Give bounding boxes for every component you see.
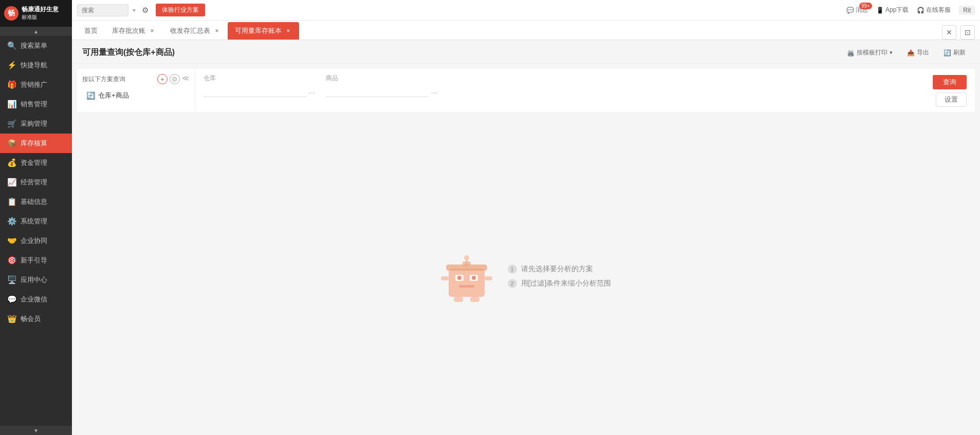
sidebar-item-operations[interactable]: 📈 经营管理 bbox=[0, 173, 72, 192]
sidebar: 畅 畅康通好生意 标准版 ▲ 🔍 搜索菜单 ⚡ 快捷导航 🎁 营销推广 📊 销售… bbox=[0, 0, 72, 435]
window-close-button[interactable]: ✕ bbox=[942, 25, 956, 40]
goods-field: 商品 … bbox=[326, 74, 438, 97]
chevron-down-icon[interactable]: ▾ bbox=[133, 7, 136, 14]
svg-rect-1 bbox=[451, 271, 482, 294]
tab-batch-ledger-label: 库存批次账 bbox=[112, 26, 145, 35]
content-area: 可用量查询(按仓库+商品) 🖨️ 按模板打印 ▾ 📤 导出 🔄 刷新 bbox=[72, 40, 980, 435]
warehouse-input[interactable] bbox=[204, 85, 306, 97]
sidebar-item-finance[interactable]: 💰 资金管理 bbox=[0, 153, 72, 173]
sidebar-item-appstore[interactable]: 🖥️ 应用中心 bbox=[0, 270, 72, 290]
svg-rect-10 bbox=[485, 276, 492, 280]
sidebar-label-system: 系统管理 bbox=[21, 217, 47, 226]
sidebar-label-finance: 资金管理 bbox=[21, 158, 47, 167]
refresh-label: 刷新 bbox=[953, 48, 966, 57]
sidebar-label-sales: 销售管理 bbox=[21, 100, 47, 109]
service-icon: 🎧 bbox=[917, 7, 924, 14]
svg-point-8 bbox=[464, 255, 469, 260]
svg-rect-9 bbox=[441, 276, 449, 280]
main-area: ▾ ⚙ 体验行业方案 💬 消息 99+ 📱 App下载 🎧 在线客服 Rit 首… bbox=[72, 0, 980, 435]
goods-input[interactable] bbox=[326, 85, 429, 97]
svg-rect-11 bbox=[454, 297, 463, 302]
trial-button[interactable]: 体验行业方案 bbox=[156, 4, 205, 16]
empty-robot-illustration bbox=[441, 251, 492, 302]
export-button[interactable]: 📤 导出 bbox=[903, 46, 933, 59]
sidebar-item-sales[interactable]: 📊 销售管理 bbox=[0, 94, 72, 114]
empty-tip-1: 1 请先选择要分析的方案 bbox=[508, 264, 612, 274]
sidebar-item-vip[interactable]: 👑 畅会员 bbox=[0, 309, 72, 329]
add-scheme-button[interactable]: + bbox=[157, 74, 168, 84]
query-scheme-header: 按以下方案查询 + ⚙ ≪ bbox=[82, 74, 190, 84]
sidebar-item-search[interactable]: 🔍 搜索菜单 bbox=[0, 36, 72, 55]
topbar-gear-icon[interactable]: ⚙ bbox=[142, 6, 149, 15]
tab-recv-summary-close[interactable]: × bbox=[213, 27, 220, 34]
phone-icon: 📱 bbox=[876, 7, 884, 14]
print-label: 按模板打印 bbox=[857, 48, 887, 57]
money-icon: 💰 bbox=[7, 158, 16, 167]
refresh-button[interactable]: 🔄 刷新 bbox=[939, 46, 970, 59]
app-download-button[interactable]: 📱 App下载 bbox=[876, 6, 909, 14]
tab-available-ledger[interactable]: 可用量库存账本 × bbox=[228, 22, 299, 40]
query-button[interactable]: 查询 bbox=[933, 75, 967, 89]
tab-available-ledger-close[interactable]: × bbox=[285, 27, 292, 34]
lightning-icon: ⚡ bbox=[7, 61, 16, 70]
scheme-item-warehouse-goods[interactable]: 🔄 仓库+商品 bbox=[82, 88, 190, 103]
tab-batch-ledger-close[interactable]: × bbox=[149, 27, 156, 34]
tab-recv-summary[interactable]: 收发存汇总表 × bbox=[163, 22, 228, 40]
svg-rect-12 bbox=[470, 297, 479, 302]
message-button[interactable]: 💬 消息 99+ bbox=[846, 6, 868, 14]
sidebar-item-purchase[interactable]: 🛒 采购管理 bbox=[0, 114, 72, 134]
scheme-item-label: 仓库+商品 bbox=[98, 91, 129, 100]
tip-text-2: 用[过滤]条件来缩小分析范围 bbox=[521, 279, 612, 288]
warehouse-label: 仓库 bbox=[204, 74, 316, 83]
sidebar-label-vip: 畅会员 bbox=[21, 314, 41, 324]
scheme-settings-button[interactable]: ⚙ bbox=[170, 74, 180, 84]
sidebar-label-basics: 基础信息 bbox=[21, 197, 47, 206]
breadcrumb-input[interactable] bbox=[77, 4, 128, 16]
print-chevron-icon[interactable]: ▾ bbox=[890, 49, 893, 56]
sidebar-item-shortcut[interactable]: ⚡ 快捷导航 bbox=[0, 55, 72, 75]
svg-point-5 bbox=[472, 276, 476, 280]
target-icon: 🎯 bbox=[7, 256, 16, 265]
svg-point-4 bbox=[457, 276, 461, 280]
svg-rect-6 bbox=[459, 285, 474, 288]
sidebar-item-wechat[interactable]: 💬 企业微信 bbox=[0, 290, 72, 309]
svg-rect-14 bbox=[463, 261, 471, 266]
crown-icon: 👑 bbox=[7, 314, 16, 324]
scheme-actions: + ⚙ ≪ bbox=[157, 74, 190, 84]
sidebar-item-inventory[interactable]: 📦 库存核算 bbox=[0, 134, 72, 153]
window-maximize-button[interactable]: ⊡ bbox=[960, 25, 975, 40]
sidebar-item-basics[interactable]: 📋 基础信息 bbox=[0, 192, 72, 212]
tab-recv-summary-label: 收发存汇总表 bbox=[170, 26, 210, 35]
sidebar-item-newbie[interactable]: 🎯 新手引导 bbox=[0, 251, 72, 270]
export-label: 导出 bbox=[917, 48, 929, 57]
page-header-right: 🖨️ 按模板打印 ▾ 📤 导出 🔄 刷新 bbox=[843, 46, 970, 59]
handshake-icon: 🤝 bbox=[7, 236, 16, 245]
warehouse-more-button[interactable]: … bbox=[308, 87, 316, 95]
page-title: 可用量查询(按仓库+商品) bbox=[82, 47, 175, 58]
tip-text-1: 请先选择要分析的方案 bbox=[521, 264, 593, 274]
sidebar-item-system[interactable]: ⚙️ 系统管理 bbox=[0, 212, 72, 231]
sidebar-scroll-down[interactable]: ▼ bbox=[0, 426, 72, 435]
print-button[interactable]: 🖨️ 按模板打印 ▾ bbox=[843, 46, 897, 59]
gift-icon: 🎁 bbox=[7, 80, 16, 89]
sidebar-label-wechat: 企业微信 bbox=[21, 295, 47, 304]
sidebar-item-enterprise[interactable]: 🤝 企业协同 bbox=[0, 231, 72, 251]
user-button[interactable]: Rit bbox=[959, 6, 975, 15]
tab-batch-ledger[interactable]: 库存批次账 × bbox=[105, 22, 163, 40]
settings-button[interactable]: 设置 bbox=[936, 92, 967, 107]
export-icon: 📤 bbox=[907, 49, 915, 56]
sidebar-scroll-up[interactable]: ▲ bbox=[0, 27, 72, 36]
scheme-header-label: 按以下方案查询 bbox=[82, 75, 125, 84]
sidebar-logo: 畅 bbox=[4, 6, 19, 21]
query-buttons: 查询 设置 bbox=[933, 74, 967, 107]
collapse-icon[interactable]: ≪ bbox=[182, 74, 190, 84]
tab-home[interactable]: 首页 bbox=[77, 22, 105, 40]
online-service-button[interactable]: 🎧 在线客服 bbox=[917, 6, 951, 14]
app-title: 畅康通好生意 bbox=[22, 6, 59, 14]
tab-home-label: 首页 bbox=[84, 26, 98, 35]
goods-label: 商品 bbox=[326, 74, 438, 83]
sidebar-item-marketing[interactable]: 🎁 营销推广 bbox=[0, 75, 72, 94]
tab-available-ledger-label: 可用量库存账本 bbox=[235, 26, 282, 35]
goods-more-button[interactable]: … bbox=[431, 87, 438, 95]
refresh-icon: 🔄 bbox=[944, 49, 951, 56]
